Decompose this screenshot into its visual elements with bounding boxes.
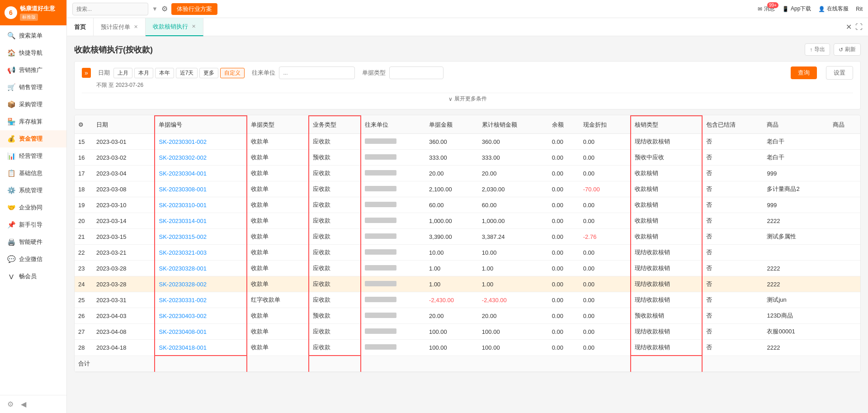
- tab-home[interactable]: 首页: [67, 18, 94, 36]
- sidebar-item-wechat[interactable]: 💬 企业微信: [0, 251, 66, 268]
- cell-bill-no: SK-20230302-002: [155, 150, 246, 166]
- date-7days-btn[interactable]: 近7天: [176, 68, 198, 78]
- cell-included: 否: [702, 166, 763, 181]
- tab-expand-button[interactable]: ⛶: [855, 23, 863, 31]
- sidebar-item-guide[interactable]: 📌 新手引导: [0, 216, 66, 233]
- cell-bill-no: SK-20230328-001: [155, 261, 246, 276]
- sidebar-item-purchase[interactable]: 📦 采购管理: [0, 96, 66, 113]
- cell-partner: [361, 245, 425, 261]
- footer-bill-type: [247, 356, 309, 371]
- refresh-button[interactable]: ↺ 刷新: [834, 43, 861, 56]
- cell-product2: [829, 261, 860, 276]
- tab-collection-write-off[interactable]: 收款核销执行 ✕: [146, 18, 203, 36]
- cell-balance: 0.00: [548, 276, 580, 292]
- th-bill-type: 单据类型: [247, 116, 309, 134]
- filter-expand-more[interactable]: ∨ 展开更多条件: [82, 93, 853, 104]
- cell-no: 24: [75, 276, 93, 292]
- solution-button[interactable]: 体验行业方案: [171, 3, 217, 15]
- bill-no-link[interactable]: SK-20230328-001: [159, 265, 207, 272]
- bill-no-link[interactable]: SK-20230304-001: [159, 170, 207, 177]
- bill-no-link[interactable]: SK-20230308-001: [159, 186, 207, 193]
- tab-home-label: 首页: [74, 23, 86, 31]
- bill-no-link[interactable]: SK-20230314-001: [159, 218, 207, 224]
- hardware-icon: 🖨️: [7, 238, 15, 246]
- topbar-search-input[interactable]: [72, 3, 148, 15]
- sidebar-item-member[interactable]: V 畅会员: [0, 268, 66, 285]
- receipt-type-label: 单据类型: [362, 69, 386, 77]
- table-settings-icon[interactable]: ⚙: [78, 121, 84, 128]
- sidebar-item-sales[interactable]: 🛒 销售管理: [0, 79, 66, 96]
- message-button[interactable]: ✉ 消息 99+: [758, 5, 775, 13]
- app-download-button[interactable]: 📱 App下载: [782, 5, 811, 13]
- sidebar-item-label: 企业微信: [19, 255, 42, 263]
- date-custom-btn[interactable]: 自定义: [220, 68, 245, 78]
- sidebar-item-operation[interactable]: 📊 经营管理: [0, 147, 66, 165]
- finance-icon: 💰: [7, 135, 15, 143]
- cell-product1: 老白干: [763, 150, 829, 166]
- date-this-year-btn[interactable]: 本年: [155, 68, 174, 78]
- cell-cash-discount: -70.00: [580, 181, 631, 197]
- sidebar-item-search[interactable]: 🔍 搜索菜单: [0, 27, 66, 44]
- cell-product1: 测试多属性: [763, 229, 829, 245]
- sidebar-item-quicknav[interactable]: 🏠 快捷导航: [0, 44, 66, 62]
- cell-partner: [361, 308, 425, 324]
- sidebar-item-hardware[interactable]: 🖨️ 智能硬件: [0, 233, 66, 251]
- export-button[interactable]: ↑ 导出: [805, 43, 830, 56]
- cell-bill-type: 收款单: [247, 245, 309, 261]
- cell-cash-discount: 0.00: [580, 245, 631, 261]
- topbar-arrow-icon[interactable]: ▼: [152, 5, 158, 12]
- filter-expand-btn[interactable]: »: [82, 68, 91, 78]
- cell-product2: [829, 134, 860, 150]
- tab-pre-receivable-label: 预计应付单: [101, 23, 130, 31]
- sidebar-item-system[interactable]: ⚙️ 系统管理: [0, 182, 66, 199]
- cell-write-off-type: 现结收款核销: [631, 324, 702, 340]
- partner-filter-input[interactable]: [279, 66, 355, 79]
- footer-biz-type: [309, 356, 361, 371]
- cell-partner: [361, 340, 425, 356]
- tab-pre-receivable[interactable]: 预计应付单 ✕: [94, 18, 146, 36]
- settings-button[interactable]: 设置: [826, 66, 853, 80]
- sidebar-item-basic[interactable]: 📋 基础信息: [0, 165, 66, 182]
- bill-no-link[interactable]: SK-20230328-002: [159, 281, 207, 288]
- cell-write-off-type: 收款核销: [631, 197, 702, 213]
- collapse-footer-icon[interactable]: ◀: [21, 400, 26, 408]
- bill-no-link[interactable]: SK-20230301-002: [159, 138, 207, 145]
- cell-product2: [829, 340, 860, 356]
- cell-no: 18: [75, 181, 93, 197]
- date-prev-month-btn[interactable]: 上月: [113, 68, 132, 78]
- sidebar-item-label: 新手引导: [19, 221, 42, 229]
- bill-no-link[interactable]: SK-20230310-001: [159, 202, 207, 209]
- bill-no-link[interactable]: SK-20230321-003: [159, 249, 207, 256]
- date-more-btn[interactable]: 更多: [199, 68, 218, 78]
- settings-footer-icon[interactable]: ⚙: [7, 400, 14, 408]
- cell-write-off-type: 现结收款核销: [631, 245, 702, 261]
- tab-close-all-button[interactable]: ✕: [846, 23, 852, 31]
- bill-no-link[interactable]: SK-20230331-002: [159, 297, 207, 304]
- tab-collection-close[interactable]: ✕: [192, 24, 196, 29]
- table-row: 25 2023-03-31 SK-20230331-002 红字收款单 应收款 …: [75, 292, 860, 308]
- receipt-type-select[interactable]: [389, 66, 443, 79]
- sidebar-item-marketing[interactable]: 📢 营销推广: [0, 62, 66, 79]
- tab-pre-receivable-close[interactable]: ✕: [134, 24, 138, 30]
- bill-no-link[interactable]: SK-20230315-002: [159, 233, 207, 240]
- sidebar-item-finance[interactable]: 💰 资金管理: [0, 130, 66, 147]
- bill-no-link[interactable]: SK-20230418-001: [159, 344, 207, 351]
- sidebar-item-inventory[interactable]: 🏪 库存核算: [0, 113, 66, 130]
- cell-amount: 20.00: [425, 308, 478, 324]
- sidebar-item-enterprise[interactable]: 🤝 企业协同: [0, 199, 66, 216]
- filter-toggle-icon[interactable]: »: [82, 68, 91, 78]
- bill-no-link[interactable]: SK-20230408-001: [159, 328, 207, 335]
- date-this-month-btn[interactable]: 本月: [134, 68, 153, 78]
- footer-included: [702, 356, 763, 371]
- bill-no-link[interactable]: SK-20230302-002: [159, 154, 207, 161]
- topbar-gear-icon[interactable]: ⚙: [161, 5, 168, 13]
- export-label: 导出: [814, 46, 825, 53]
- cell-balance: 0.00: [548, 292, 580, 308]
- page-title: 收款核销执行(按收款): [74, 44, 153, 55]
- guide-icon: 📌: [7, 221, 15, 229]
- online-service-button[interactable]: 👤 在线客服: [818, 5, 849, 13]
- cell-date: 2023-03-15: [93, 229, 155, 245]
- main-area: ▼ ⚙ 体验行业方案 ✉ 消息 99+ 📱 App下载 👤 在线客服 Rit 首…: [67, 0, 868, 413]
- bill-no-link[interactable]: SK-20230403-002: [159, 313, 207, 319]
- query-button[interactable]: 查询: [791, 66, 817, 79]
